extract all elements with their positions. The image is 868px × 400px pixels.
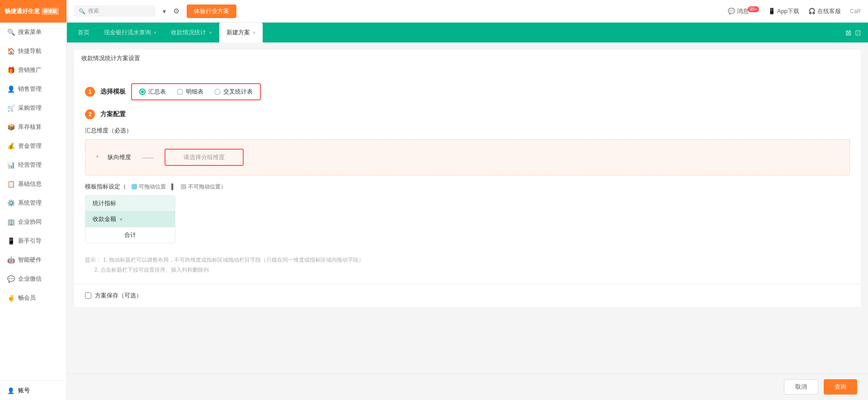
- metrics-title-text: 模板指标设定（: [85, 183, 126, 191]
- tab-close-btn[interactable]: ⊠: [845, 28, 851, 37]
- col-label: 收款金额: [93, 215, 116, 223]
- radio-dot-detail: [177, 89, 183, 95]
- tip-text-2: 2. 点击标题栏下拉可设置排序、插入列和删除列: [94, 265, 209, 275]
- sidebar-item-system[interactable]: ⚙️ 系统管理: [0, 193, 66, 212]
- tip-item-1: 提示： 1. 拖动标题栏可以调整布局，不可跨维度或指标区域拖动栏目字段（只能在同…: [85, 255, 850, 265]
- sidebar-item-operations[interactable]: 📊 经营管理: [0, 155, 66, 174]
- quick-nav-icon: 🏠: [7, 47, 14, 55]
- inventory-icon: 📦: [7, 123, 14, 131]
- message-item[interactable]: 💬 消息 99+: [728, 7, 759, 15]
- app-download-item[interactable]: 📱 App下载: [768, 7, 799, 15]
- sidebar-item-guide[interactable]: 📱 新手引导: [0, 231, 66, 250]
- sidebar-item-search[interactable]: 🔍 搜索菜单: [0, 23, 66, 42]
- tab-close-new-plan[interactable]: ×: [253, 30, 255, 35]
- footer: 取消 查询: [67, 373, 868, 400]
- query-button[interactable]: 查询: [824, 379, 857, 395]
- sidebar-item-smart-hw[interactable]: 🤖 智能硬件: [0, 250, 66, 269]
- tab-home[interactable]: 首页: [71, 23, 97, 42]
- message-badge: 99+: [748, 6, 759, 12]
- tab-label-new-plan: 新建方案: [226, 28, 250, 37]
- arrow-separator: ——: [142, 154, 154, 161]
- group-dimension-select[interactable]: 请选择分组维度: [165, 149, 244, 166]
- tip-item-2: 2. 点击标题栏下拉可设置排序、插入列和删除列: [85, 265, 850, 275]
- sidebar-item-member[interactable]: ✌️ 畅会员: [0, 288, 66, 307]
- save-label: 方案保存（可选）: [95, 292, 142, 300]
- sidebar-label-smart-hw: 智能硬件: [18, 256, 42, 264]
- radio-cross[interactable]: 交叉统计表: [214, 88, 253, 96]
- tab-close-collection-stats[interactable]: ×: [209, 30, 212, 35]
- sidebar-item-sales[interactable]: 👤 销售管理: [0, 80, 66, 99]
- total-label: 合计: [124, 231, 136, 238]
- legend-draggable-item: 可拖动位置: [132, 183, 166, 191]
- vertical-dim-label: 纵向维度: [108, 153, 131, 161]
- save-checkbox[interactable]: [85, 292, 91, 299]
- radio-dot-summary: [139, 89, 146, 95]
- sidebar-item-purchase[interactable]: 🛒 采购管理: [0, 99, 66, 118]
- sidebar-label-search: 搜索菜单: [18, 28, 42, 36]
- trial-btn[interactable]: 体验行业方案: [187, 5, 236, 18]
- sidebar-label-purchase: 采购管理: [18, 104, 42, 112]
- tab-label-home: 首页: [78, 28, 90, 37]
- step2-header: 2 方案配置: [85, 109, 850, 119]
- breadcrumb-text: 收款情况统计方案设置: [81, 55, 140, 61]
- sidebar-item-marketing[interactable]: 🎁 营销推广: [0, 61, 66, 80]
- step2-badge: 2: [85, 109, 95, 119]
- legend-separator: ▌: [171, 184, 175, 190]
- main-area: 🔍 搜索 ▾ ⚙ 体验行业方案 💬 消息 99+ 📱 App下载 🎧 在线客服 …: [67, 0, 868, 400]
- sidebar-label-sales: 销售管理: [18, 85, 42, 93]
- metrics-table: 统计指标 收款金额 ▾ 合计: [85, 195, 175, 243]
- capital-icon: 💰: [7, 142, 14, 150]
- search-placeholder-text: 搜索: [88, 7, 99, 15]
- sidebar-item-capital[interactable]: 💰 资金管理: [0, 136, 66, 155]
- topbar: 🔍 搜索 ▾ ⚙ 体验行业方案 💬 消息 99+ 📱 App下载 🎧 在线客服 …: [67, 0, 868, 23]
- app-icon: 📱: [768, 8, 775, 14]
- tab-expand-btn[interactable]: ⊡: [855, 28, 861, 37]
- smart-hw-icon: 🤖: [7, 256, 14, 264]
- tab-label-collection-stats: 收款情况统计: [171, 28, 206, 37]
- topbar-search[interactable]: 🔍 搜索: [74, 5, 156, 17]
- tab-collection-stats[interactable]: 收款情况统计×: [164, 23, 219, 42]
- sidebar-label-wechat: 企业微信: [18, 275, 42, 283]
- metrics-col-header[interactable]: 收款金额 ▾: [85, 211, 175, 227]
- sidebar-item-basic-info[interactable]: 📋 基础信息: [0, 174, 66, 193]
- cancel-button[interactable]: 取消: [784, 379, 818, 395]
- tips-section: 提示： 1. 拖动标题栏可以调整布局，不可跨维度或指标区域拖动栏目字段（只能在同…: [85, 255, 850, 275]
- metrics-table-header[interactable]: 统计指标: [85, 196, 175, 211]
- sidebar-item-quick-nav[interactable]: 🏠 快捷导航: [0, 42, 66, 61]
- sidebar-item-inventory[interactable]: 📦 库存核算: [0, 118, 66, 136]
- step1-label: 选择模板: [100, 88, 126, 96]
- sidebar-label-marketing: 营销推广: [18, 66, 42, 74]
- sidebar-label-quick-nav: 快捷导航: [18, 47, 42, 55]
- purchase-icon: 🛒: [7, 104, 14, 112]
- radio-summary[interactable]: 汇总表: [139, 88, 166, 96]
- sidebar-item-enterprise[interactable]: 🏢 企业协同: [0, 212, 66, 231]
- sidebar-bottom-icon: 👤: [7, 387, 14, 394]
- metrics-total-row: 合计: [85, 227, 175, 243]
- topbar-gear-icon[interactable]: ⚙: [173, 7, 179, 15]
- marketing-icon: 🎁: [7, 66, 14, 74]
- dimension-title: 汇总维度（必选）: [85, 127, 850, 135]
- tab-actions: ⊠ ⊡: [845, 28, 864, 37]
- tab-bank-flow[interactable]: 现金银行流水查询×: [97, 23, 164, 42]
- sidebar-label-guide: 新手引导: [18, 237, 42, 245]
- radio-detail[interactable]: 明细表: [177, 88, 203, 96]
- dimension-box: * 纵向维度 —— 请选择分组维度: [85, 139, 850, 175]
- tab-new-plan[interactable]: 新建方案×: [219, 23, 263, 42]
- message-label: 消息: [737, 7, 749, 15]
- sidebar-item-wechat[interactable]: 💬 企业微信: [0, 269, 66, 288]
- col-chevron: ▾: [120, 216, 123, 222]
- topbar-dropdown[interactable]: ▾: [163, 8, 166, 15]
- page-breadcrumb: 收款情况统计方案设置: [74, 50, 861, 67]
- tip-spacer: [85, 265, 93, 275]
- step1-badge: 1: [85, 87, 95, 97]
- tab-label-bank-flow: 现金银行流水查询: [104, 28, 151, 37]
- sidebar-label-basic-info: 基础信息: [18, 180, 42, 188]
- sidebar-label-system: 系统管理: [18, 199, 42, 207]
- sidebar-bottom-label: 账号: [18, 386, 30, 395]
- online-service-item[interactable]: 🎧 在线客服: [808, 7, 841, 15]
- logo-version: 标准版: [42, 8, 59, 15]
- required-star: *: [96, 154, 99, 161]
- legend-fixed-label: 不可拖动位置）: [188, 183, 226, 191]
- sidebar: 畅捷通好生意 标准版 🔍 搜索菜单 🏠 快捷导航 🎁 营销推广 👤 销售管理 🛒…: [0, 0, 67, 400]
- tab-close-bank-flow[interactable]: ×: [154, 30, 156, 35]
